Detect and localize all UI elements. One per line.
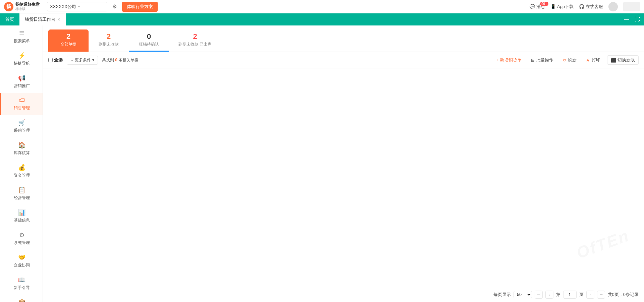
purchase-icon: 🛒	[18, 119, 25, 126]
close-tab-icon[interactable]: ✕	[57, 17, 60, 22]
stat-num-overdue: 2	[107, 32, 111, 41]
sidebar-item-basics[interactable]: 📊 基础信息	[0, 205, 43, 227]
result-count: 0	[115, 58, 117, 62]
switch-version-button[interactable]: ⬛ 切换新版	[607, 55, 639, 65]
batch-icon: ⊞	[531, 58, 535, 63]
tab-work-station[interactable]: 钱货日清工作台 ✕	[19, 13, 66, 25]
app-download-label: App下载	[557, 4, 574, 10]
stat-num-shipped: 2	[193, 32, 197, 41]
filter-button[interactable]: ▽ 更多条件 ▾	[67, 56, 98, 65]
print-button[interactable]: 🖨 打印	[583, 56, 603, 64]
sidebar-item-sales[interactable]: 🏷 销售管理	[0, 93, 43, 115]
switch-label: 切换新版	[618, 57, 635, 63]
page-suffix: 页	[579, 292, 584, 298]
batch-operation-button[interactable]: ⊞ 批量操作	[528, 56, 556, 64]
table-area: OfTEn	[43, 68, 644, 287]
top-bar: 畅 畅捷通好生意 标准版 XXXXXX公司 ▾ ⚙ 体验行业方案 💬 消息 99…	[0, 0, 644, 13]
message-icon: 💬	[530, 4, 535, 9]
message-button[interactable]: 💬 消息 99+	[530, 4, 545, 10]
maximize-icon[interactable]: ⛶	[633, 15, 641, 24]
sidebar-item-guide[interactable]: 📖 新手引导	[0, 272, 43, 295]
stat-tab-overdue[interactable]: 2 到期未收款	[89, 29, 129, 52]
next-page-button[interactable]: ›	[586, 291, 594, 299]
company-selector[interactable]: XXXXXX公司 ▾	[47, 2, 107, 11]
sidebar-label-sales: 销售管理	[14, 105, 30, 111]
batch-label: 批量操作	[536, 57, 553, 63]
tab-home-label: 首页	[5, 16, 14, 22]
tab-home[interactable]: 首页	[0, 13, 19, 25]
sidebar-label-enterprise: 企业协同	[14, 262, 30, 268]
stat-num-all: 2	[66, 32, 70, 41]
finance-icon: 💰	[18, 164, 25, 171]
sidebar-item-finance[interactable]: 💰 资金管理	[0, 160, 43, 182]
online-service-button[interactable]: 🎧 在线客服	[579, 4, 603, 10]
main-layout: ☰ 搜索菜单 ⚡ 快捷导航 📢 营销推广 🏷 销售管理 🛒 采购管理 🏠 库存核…	[0, 25, 644, 302]
filter-chevron-icon: ▾	[92, 58, 94, 62]
app-center-icon: 📦	[18, 299, 25, 302]
refresh-button[interactable]: ↻ 刷新	[560, 56, 579, 64]
service-icon: 🎧	[579, 4, 584, 9]
sidebar-label-purchase: 采购管理	[14, 128, 30, 133]
download-icon: 📱	[550, 4, 556, 9]
sidebar-item-marketing[interactable]: 📢 营销推广	[0, 70, 43, 93]
sidebar-label-finance: 资金管理	[14, 173, 30, 178]
logo-area: 畅 畅捷通好生意 标准版	[4, 2, 47, 11]
sidebar-label-system: 系统管理	[14, 240, 30, 246]
logo-icon: 畅	[4, 2, 13, 11]
sidebar-item-inventory[interactable]: 🏠 库存核算	[0, 137, 43, 160]
marketing-icon: 📢	[18, 74, 25, 82]
prev-page-button[interactable]: ‹	[545, 291, 553, 299]
sidebar-item-search[interactable]: ☰ 搜索菜单	[0, 25, 43, 48]
toolbar-right: + 新增销货单 ⊞ 批量操作 ↻ 刷新 🖨 打印 ⬛ 切换新版	[493, 55, 639, 65]
plus-icon: +	[496, 58, 498, 63]
logo-text: 畅捷通好生意 标准版	[15, 2, 40, 11]
select-all-checkbox[interactable]: 全选	[48, 57, 63, 63]
operations-icon: 📋	[18, 186, 25, 194]
sidebar-label-search: 搜索菜单	[14, 38, 30, 44]
stat-tab-pending[interactable]: 0 旺铺待确认	[129, 29, 169, 52]
sidebar-item-purchase[interactable]: 🛒 采购管理	[0, 115, 43, 137]
sidebar-item-operations[interactable]: 📋 经营管理	[0, 182, 43, 205]
settings-button[interactable]: ⚙	[110, 2, 119, 11]
stat-tab-shipped[interactable]: 2 到期未收款 已出库	[169, 29, 221, 52]
experience-button[interactable]: 体验行业方案	[122, 2, 158, 12]
logo-main: 畅捷通好生意	[15, 2, 40, 7]
app-download-button[interactable]: 📱 App下载	[550, 4, 574, 10]
select-all-label: 全选	[54, 57, 63, 63]
sidebar-item-system[interactable]: ⚙ 系统管理	[0, 227, 43, 250]
sales-icon: 🏷	[19, 97, 25, 104]
guide-icon: 📖	[18, 276, 25, 284]
per-page-select[interactable]: 50 100 200	[514, 291, 532, 298]
add-sale-button[interactable]: + 新增销货单	[493, 56, 524, 64]
avatar[interactable]	[608, 2, 618, 11]
toolbar: 全选 ▽ 更多条件 ▾ 共找到 0 条相关单据 + 新增销货单 ⊞ 批量操作	[43, 52, 644, 68]
page-input[interactable]: 1	[563, 291, 577, 299]
refresh-icon: ↻	[563, 58, 567, 63]
result-prefix: 共找到	[102, 58, 114, 62]
stat-tab-all[interactable]: 2 全部单据	[48, 29, 89, 52]
result-suffix: 条相关单据	[118, 58, 139, 62]
main-content: 2 全部单据 2 到期未收款 0 旺铺待确认 2 到期未收款 已出库 全选	[43, 25, 644, 302]
chevron-down-icon: ▾	[78, 5, 80, 8]
first-page-button[interactable]: ⊣	[535, 291, 543, 299]
total-label: 共0页，0条记录	[608, 292, 639, 298]
nav-tabs: 首页 钱货日清工作台 ✕ — ⛶	[0, 13, 644, 25]
search-icon: ☰	[19, 29, 24, 37]
stat-label-all: 全部单据	[60, 42, 76, 47]
sidebar-item-enterprise[interactable]: 🤝 企业协同	[0, 250, 43, 272]
logo-sub: 标准版	[15, 7, 40, 11]
per-page-label: 每页显示	[493, 292, 511, 298]
print-label: 打印	[592, 57, 600, 63]
filter-icon: ▽	[70, 58, 73, 62]
refresh-label: 刷新	[568, 57, 577, 63]
inventory-icon: 🏠	[18, 141, 25, 149]
result-text: 共找到 0 条相关单据	[102, 57, 139, 63]
stats-tabs: 2 全部单据 2 到期未收款 0 旺铺待确认 2 到期未收款 已出库	[43, 25, 644, 52]
sidebar-item-app-center[interactable]: 📦 应用中心	[0, 295, 43, 302]
last-page-button[interactable]: ⊢	[597, 291, 605, 299]
basics-icon: 📊	[18, 209, 25, 216]
company-name: XXXXXX公司	[50, 4, 76, 10]
sidebar-item-quick-nav[interactable]: ⚡ 快捷导航	[0, 48, 43, 70]
select-all-input[interactable]	[48, 58, 53, 62]
minimize-icon[interactable]: —	[623, 15, 631, 24]
